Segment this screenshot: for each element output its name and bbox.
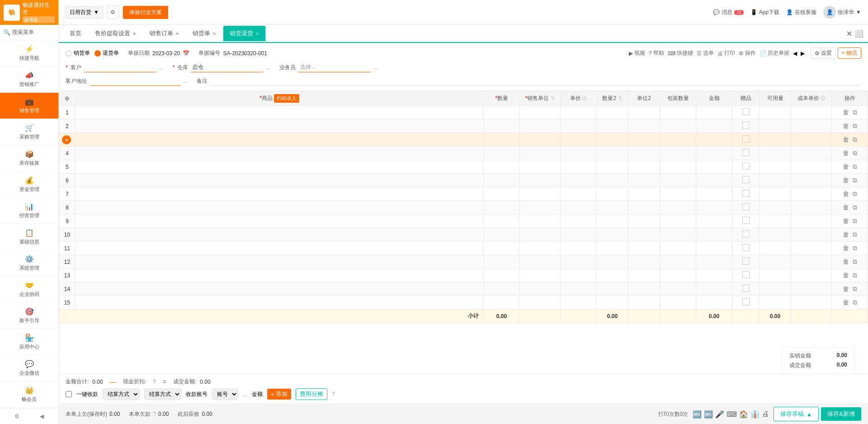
qty-cell-4[interactable]	[484, 147, 520, 160]
remark-input[interactable]	[210, 76, 861, 86]
settlement-method-select[interactable]: 结算方式	[103, 389, 140, 400]
tab-close-2[interactable]: ✕	[175, 31, 179, 36]
delete-row-1[interactable]: 🗑	[843, 109, 849, 116]
avail-cell-4[interactable]	[760, 147, 791, 160]
product-cell-4[interactable]	[75, 147, 484, 160]
prev-history-icon[interactable]: ◀	[793, 50, 797, 57]
price-cell-6[interactable]	[561, 174, 597, 187]
user-menu[interactable]: 👤 徐泽华 ▼	[823, 6, 861, 19]
amount-cell-6[interactable]	[696, 174, 732, 187]
copy-row-8[interactable]: ⧉	[853, 204, 857, 211]
toolbar-icon-4[interactable]: ⌨	[726, 410, 737, 419]
qty-cell-6[interactable]	[484, 174, 520, 187]
toolbar-icon-2[interactable]: 🔤	[704, 410, 713, 419]
account-select[interactable]: 账号	[212, 389, 238, 400]
price-cell-12[interactable]	[561, 255, 597, 269]
gift-checkbox-4[interactable]	[742, 149, 750, 156]
fee-help-icon[interactable]: ?	[332, 391, 335, 397]
gift-cell-12[interactable]	[732, 255, 760, 269]
amount-cell-9[interactable]	[696, 214, 732, 228]
gift-checkbox-6[interactable]	[742, 176, 750, 183]
sales-radio[interactable]: 销货单	[66, 49, 90, 57]
cost-cell-9[interactable]	[791, 214, 832, 228]
amount-cell-10[interactable]	[696, 228, 732, 242]
cost-cell-12[interactable]	[791, 255, 832, 269]
amount-cell-12[interactable]	[696, 255, 732, 269]
amount-cell-3[interactable]	[696, 133, 732, 147]
shortcut-btn[interactable]: ⌨ 快捷键	[668, 49, 693, 57]
app-download-btn[interactable]: 📱 App下载	[750, 9, 779, 16]
qty-cell-13[interactable]	[484, 269, 520, 282]
gift-cell-13[interactable]	[732, 269, 760, 282]
th-settings[interactable]: ⚙	[59, 91, 75, 106]
one-key-payment-checkbox[interactable]	[66, 391, 72, 397]
amount-cell-2[interactable]	[696, 119, 732, 133]
avail-cell-6[interactable]	[760, 174, 791, 187]
qty-cell-9[interactable]	[484, 214, 520, 228]
tab-close-3[interactable]: ✕	[212, 31, 216, 36]
product-input-10[interactable]	[78, 231, 481, 238]
pack-cell-6[interactable]	[660, 174, 696, 187]
amount-cell-14[interactable]	[696, 282, 732, 296]
product-input-5[interactable]	[78, 163, 481, 170]
qty2-cell-5[interactable]	[597, 160, 628, 174]
qty2-cell-2[interactable]	[597, 119, 628, 133]
next-history-icon[interactable]: ▶	[801, 50, 805, 57]
pack-cell-8[interactable]	[660, 201, 696, 214]
tab-2[interactable]: 销售订单✕	[143, 26, 185, 41]
gift-checkbox-2[interactable]	[742, 122, 750, 129]
qty-cell-7[interactable]	[484, 187, 520, 201]
sidebar-item-basic[interactable]: 📋基础信息	[0, 224, 58, 250]
product-cell-12[interactable]	[75, 255, 484, 269]
price-cell-15[interactable]	[561, 296, 597, 310]
tab-1[interactable]: 售价提取设置✕	[89, 26, 142, 41]
pack-cell-3[interactable]	[660, 133, 696, 147]
unit-cell-7[interactable]	[520, 187, 561, 201]
unit2-cell-14[interactable]	[628, 282, 660, 296]
delete-row-11[interactable]: 🗑	[843, 244, 849, 252]
price-cell-3[interactable]	[561, 133, 597, 147]
pack-cell-11[interactable]	[660, 242, 696, 255]
salesperson-select-btn[interactable]: ...	[373, 64, 378, 71]
gift-checkbox-10[interactable]	[742, 230, 750, 238]
select-order-btn[interactable]: ☰ 选单	[697, 49, 714, 57]
pack-cell-9[interactable]	[660, 214, 696, 228]
unit-cell-9[interactable]	[520, 214, 561, 228]
delete-row-2[interactable]: 🗑	[843, 122, 849, 130]
delete-row-4[interactable]: 🗑	[843, 149, 849, 157]
toolbar-icon-1[interactable]: 🔤	[693, 410, 702, 419]
sidebar-item-appstore[interactable]: 🏪应用中心	[0, 329, 58, 355]
unit-cell-15[interactable]	[520, 296, 561, 310]
product-cell-11[interactable]	[75, 242, 484, 255]
delete-row-3[interactable]: 🗑	[843, 136, 849, 143]
qty2-cell-12[interactable]	[597, 255, 628, 269]
help-q-icon[interactable]: ?	[153, 411, 156, 417]
qty2-cell-13[interactable]	[597, 269, 628, 282]
pack-cell-12[interactable]	[660, 255, 696, 269]
sidebar-item-wechat[interactable]: 💬企业微信	[0, 355, 58, 381]
save-draft-button[interactable]: 保存草稿 ▲	[774, 407, 819, 421]
sidebar-item-vip[interactable]: 👑畅会员	[0, 381, 58, 408]
product-input-4[interactable]	[78, 150, 481, 157]
unit2-cell-15[interactable]	[628, 296, 660, 310]
copy-row-14[interactable]: ⧉	[853, 285, 857, 293]
unit2-cell-8[interactable]	[628, 201, 660, 214]
topbar-gear-btn[interactable]: ⚙	[107, 6, 119, 19]
price-cell-2[interactable]	[561, 119, 597, 133]
gift-cell-15[interactable]	[732, 296, 760, 310]
qty-cell-12[interactable]	[484, 255, 520, 269]
avail-cell-14[interactable]	[760, 282, 791, 296]
amount-cell-5[interactable]	[696, 160, 732, 174]
save-new-button[interactable]: 保存&新增	[821, 407, 861, 421]
gift-checkbox-7[interactable]	[742, 190, 750, 197]
qty-cell-14[interactable]	[484, 282, 520, 296]
avail-cell-9[interactable]	[760, 214, 791, 228]
qty-cell-15[interactable]	[484, 296, 520, 310]
pack-cell-1[interactable]	[660, 106, 696, 119]
copy-row-4[interactable]: ⧉	[853, 149, 857, 157]
collapse-icon[interactable]: ◀	[40, 413, 44, 419]
unit2-cell-5[interactable]	[628, 160, 660, 174]
qty2-cell-9[interactable]	[597, 214, 628, 228]
sidebar-search[interactable]: 🔍 搜索菜单	[0, 25, 58, 40]
product-cell-2[interactable]	[75, 119, 484, 133]
